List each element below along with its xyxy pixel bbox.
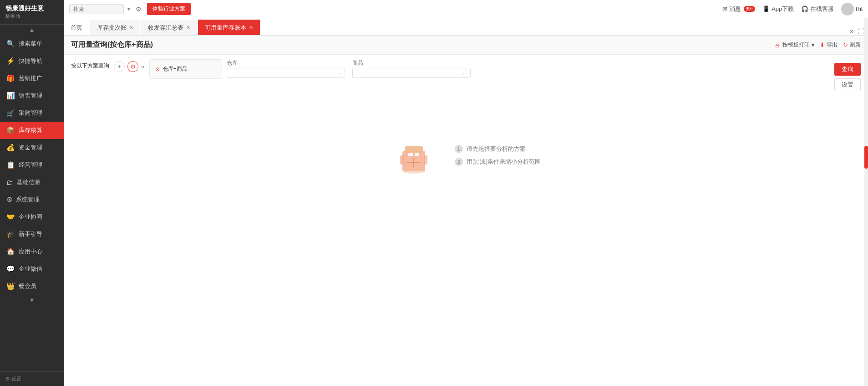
tab-close-all-button[interactable]: ✕ (849, 28, 854, 35)
warehouse-input[interactable] (230, 70, 335, 76)
app-download-button[interactable]: 📱 App下载 (762, 5, 794, 13)
user-profile[interactable]: Rit (841, 3, 863, 15)
scheme-icon: ⊙ (155, 66, 160, 72)
sidebar-item-inventory[interactable]: 📦 库存核算 (0, 122, 64, 139)
column-settings-button[interactable]: 设置 (834, 78, 861, 91)
member-icon: 👑 (6, 282, 15, 290)
edit-scheme-button[interactable]: ⚙ (127, 61, 138, 72)
sidebar-item-guide[interactable]: 🎓 新手引导 (0, 226, 64, 243)
tab-close-icon[interactable]: ✕ (186, 25, 190, 31)
settings-icon[interactable]: ⚙ (136, 5, 142, 13)
inventory-icon: 📦 (6, 126, 15, 134)
sidebar-item-label: 企业微信 (19, 265, 42, 273)
print-button[interactable]: 🖨 按模板打印 ▾ (775, 41, 814, 49)
sidebar-item-basics[interactable]: 🗂 基础信息 (0, 174, 64, 191)
sidebar-item-label: 快捷导航 (19, 57, 42, 65)
operations-icon: 📋 (6, 161, 15, 169)
main-area: ▾ ⚙ 体验行业方案 ✉ 消息 99+ 📱 App下载 🎧 在线客服 Rit (64, 0, 868, 386)
collapse-filter-button[interactable]: « (141, 63, 145, 70)
sidebar-scroll-up[interactable]: ▲ (0, 25, 64, 35)
export-button[interactable]: ⬇ 导出 (820, 41, 838, 49)
right-scrollbar[interactable] (864, 18, 868, 386)
sidebar-item-member[interactable]: 👑 畅会员 (0, 278, 64, 295)
empty-tips: 1 请先选择要分析的方案 2 用[过滤]条件来缩小分析范围 (455, 145, 541, 166)
sidebar-item-quick-nav[interactable]: ⚡ 快捷导航 (0, 52, 64, 70)
avatar (841, 3, 854, 15)
tip-1-text: 请先选择要分析的方案 (467, 145, 526, 153)
page-title: 可用量查询(按仓库+商品) (71, 40, 153, 50)
tab-expand-button[interactable]: ⛶ (858, 28, 864, 35)
topbar: ▾ ⚙ 体验行业方案 ✉ 消息 99+ 📱 App下载 🎧 在线客服 Rit (64, 0, 868, 18)
chevron-down-icon[interactable]: ▾ (127, 6, 130, 12)
sidebar-item-finance[interactable]: 💰 资金管理 (0, 139, 64, 156)
sidebar-item-marketing[interactable]: 🎁 营销推广 (0, 70, 64, 87)
warehouse-field-label: 仓库 (227, 59, 345, 67)
sidebar-item-operations[interactable]: 📋 经营管理 (0, 156, 64, 174)
svg-rect-3 (415, 153, 419, 156)
sidebar-item-system[interactable]: ⚙ 系统管理 (0, 191, 64, 208)
svg-rect-2 (408, 153, 413, 156)
system-icon: ⚙ (6, 196, 12, 204)
add-scheme-button[interactable]: + (114, 61, 125, 72)
purchase-icon: 🛒 (6, 109, 15, 117)
scheme-item-label: 仓库+商品 (162, 65, 188, 73)
tab-close-icon[interactable]: ✕ (129, 25, 133, 31)
page-header: 可用量查询(按仓库+商品) 🖨 按模板打印 ▾ ⬇ 导出 ↻ 刷新 (64, 36, 868, 55)
tab-available-stock[interactable]: 可用量库存账本 ✕ (198, 20, 260, 35)
message-badge: 99+ (744, 6, 755, 12)
sidebar-item-label: 系统管理 (16, 196, 40, 204)
product-field: 商品 ··· (352, 59, 471, 78)
filter-section: 按以下方案查询 + ⚙ « ⊙ 仓库+商品 仓库 (64, 55, 868, 96)
warehouse-more-icon[interactable]: ··· (337, 70, 342, 76)
warehouse-input-wrap: ··· (227, 68, 345, 78)
empty-state: 1 请先选择要分析的方案 2 用[过滤]条件来缩小分析范围 (64, 96, 868, 215)
export-label: 导出 (827, 41, 838, 49)
sidebar-item-label: 采购管理 (19, 109, 42, 117)
sidebar-item-label: 应用中心 (19, 247, 42, 256)
tab-home[interactable]: 首页 (64, 20, 89, 35)
basics-icon: 🗂 (6, 179, 13, 186)
sidebar-item-sales[interactable]: 📊 销售管理 (0, 87, 64, 104)
sidebar-item-apps[interactable]: 🏠 应用中心 (0, 243, 64, 260)
app-download-label: App下载 (772, 5, 794, 13)
sidebar-item-label: 营销推广 (19, 74, 42, 82)
sidebar-item-collab[interactable]: 🤝 企业协同 (0, 208, 64, 226)
tip-2-text: 用[过滤]条件来缩小分析范围 (467, 158, 541, 166)
sidebar-scroll-down[interactable]: ▼ (0, 295, 64, 305)
app-title: 畅康通好生意 (5, 5, 58, 13)
query-actions: 查询 设置 (827, 59, 861, 91)
sidebar-bottom-settings[interactable]: ⚙ 设置 (0, 371, 64, 386)
marketing-icon: 🎁 (6, 74, 15, 82)
sidebar-item-purchase[interactable]: 🛒 采购管理 (0, 104, 64, 122)
message-button[interactable]: ✉ 消息 99+ (722, 5, 755, 13)
svg-rect-1 (405, 146, 423, 153)
sidebar-item-search[interactable]: 🔍 搜索菜单 (0, 35, 64, 52)
tab-stock-summary[interactable]: 收发存汇总表 ✕ (141, 20, 197, 35)
finance-icon: 💰 (6, 144, 15, 152)
filter-label: 按以下方案查询 (71, 62, 109, 70)
tab-available-stock-label: 可用量库存账本 (205, 24, 246, 32)
refresh-icon: ↻ (843, 41, 848, 48)
sidebar-item-label: 畅会员 (19, 282, 36, 290)
message-icon: ✉ (722, 5, 727, 12)
product-more-icon[interactable]: ··· (463, 70, 467, 76)
filter-actions: + ⚙ « (114, 61, 145, 72)
sidebar-item-label: 新手引导 (19, 230, 42, 238)
sidebar-item-label: 库存核算 (19, 126, 42, 134)
search-input[interactable] (69, 4, 124, 14)
app-subtitle: 标准版 (5, 13, 58, 20)
sidebar-item-wechat[interactable]: 💬 企业微信 (0, 260, 64, 278)
tab-close-icon[interactable]: ✕ (249, 25, 253, 31)
product-input[interactable] (355, 70, 461, 76)
sales-icon: 📊 (6, 92, 15, 100)
guide-icon: 🎓 (6, 230, 15, 238)
scheme-item[interactable]: ⊙ 仓库+商品 (155, 63, 216, 75)
refresh-button[interactable]: ↻ 刷新 (843, 41, 861, 49)
query-button[interactable]: 查询 (834, 63, 861, 76)
industry-solution-button[interactable]: 体验行业方案 (147, 3, 191, 15)
scroll-handle (864, 146, 868, 169)
tab-inventory-batch[interactable]: 库存批次账 ✕ (90, 20, 140, 35)
online-service-button[interactable]: 🎧 在线客服 (801, 5, 834, 13)
sidebar-logo: 畅康通好生意 标准版 (0, 0, 64, 25)
product-field-label: 商品 (352, 59, 471, 67)
